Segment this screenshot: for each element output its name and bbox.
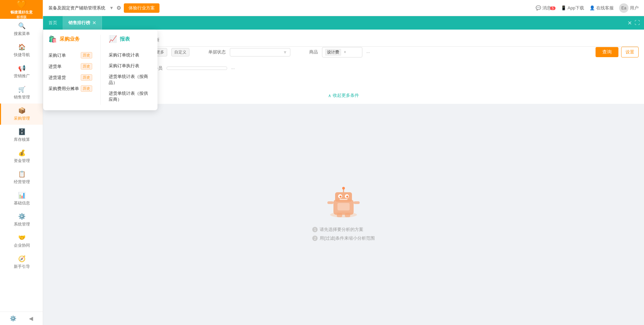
menu-item-purchase-return-label: 进货退货	[48, 75, 66, 81]
sidebar-collapse-btn[interactable]: ◀	[29, 315, 33, 322]
sidebar-item-finance[interactable]: 💰 资金管理	[0, 146, 43, 167]
query-button[interactable]: 查询	[596, 47, 618, 57]
svg-rect-9	[354, 201, 360, 204]
date-shortcut-custom[interactable]: 自定义	[171, 48, 189, 56]
sidebar-label-sales: 销售管理	[14, 94, 30, 100]
tab-fullscreen-icon[interactable]: ⛶	[635, 20, 640, 26]
sidebar-label-quicknav: 快捷导航	[14, 52, 30, 58]
messages-badge: 5	[550, 6, 556, 10]
newuser-icon: 🧭	[18, 255, 26, 262]
menu-item-po-stats[interactable]: 采购订单统计表	[109, 50, 152, 60]
tab-close-all-icon[interactable]: ✕	[628, 20, 632, 26]
sidebar-item-sales[interactable]: 🛒 销售管理	[0, 82, 43, 104]
sidebar: 🧡 畅捷通好生意 标准版 🔍 搜索菜单 🏠 快捷导航 📢 营销推广 🛒 销售管理…	[0, 0, 43, 325]
report-col-icon: 📈	[109, 35, 117, 43]
goods-dots[interactable]: ···	[366, 50, 370, 55]
sidebar-item-marketing[interactable]: 📢 营销推广	[0, 61, 43, 82]
sidebar-label-marketing: 营销推广	[14, 73, 30, 79]
menu-item-purchase-order[interactable]: 采购订单 历史	[48, 50, 92, 61]
purchase-expense-badge: 历史	[81, 85, 92, 92]
sidebar-label-search: 搜索菜单	[14, 31, 30, 37]
salesperson-dots[interactable]: ···	[231, 66, 235, 71]
goods-label: 商品	[309, 49, 318, 55]
menu-item-po-exec-label: 采购订单执行表	[109, 63, 139, 69]
sidebar-item-sysmanage[interactable]: ⚙️ 系统管理	[0, 209, 43, 231]
sales-icon: 🛒	[18, 86, 26, 93]
operation-icon: 📋	[18, 170, 26, 178]
sidebar-item-basicinfo[interactable]: 📊 基础信息	[0, 188, 43, 209]
home-icon: 🏠	[18, 43, 26, 51]
bill-status-label: 单据状态	[208, 49, 226, 55]
basicinfo-icon: 📊	[18, 192, 26, 199]
menu-item-purchase-return[interactable]: 进货退货 历史	[48, 72, 92, 83]
dropdown-menu: 🛍️ 采购业务 采购订单 历史 进货单 历史 进货退货 历史 采购费用分摊单 历…	[43, 30, 157, 110]
menu-report-header: 📈 报表	[109, 35, 152, 46]
system-dropdown-icon[interactable]: ▼	[109, 5, 114, 10]
sidebar-item-operation[interactable]: 📋 经营管理	[0, 167, 43, 188]
hint-num-1: 1	[312, 227, 318, 232]
enterprise-icon: 🤝	[18, 234, 26, 241]
goods-tag-close[interactable]: ×	[344, 50, 346, 54]
menu-item-purchase-expense-label: 采购费用分摊单	[48, 86, 79, 92]
menu-item-receipt-stats-goods[interactable]: 进货单统计表（按商品）	[109, 71, 152, 88]
service-icon: 👤	[589, 5, 595, 10]
purchase-order-badge: 历史	[81, 52, 92, 58]
svg-rect-11	[345, 213, 350, 217]
sysmanage-icon: ⚙️	[18, 213, 26, 220]
tab-close-icon[interactable]: ✕	[92, 20, 96, 26]
menu-report-title: 报表	[120, 36, 130, 42]
menu-item-receipt-stats-supplier[interactable]: 进货单统计表（按供应商）	[109, 88, 152, 105]
marketing-icon: 📢	[18, 65, 26, 72]
sidebar-item-purchase[interactable]: 📦 采购管理	[0, 104, 43, 125]
hint-num-2: 2	[312, 236, 318, 241]
logo-icon: 🧡	[16, 0, 27, 9]
sidebar-item-enterprise[interactable]: 🤝 企业协同	[0, 231, 43, 252]
menu-purchase-title: 采购业务	[60, 36, 80, 42]
sidebar-label-inventory: 库存核算	[14, 137, 30, 143]
user-avatar: Ea	[619, 3, 629, 13]
sidebar-item-newuser[interactable]: 🧭 新手引导	[0, 252, 43, 273]
sidebar-label-basicinfo: 基础信息	[14, 200, 30, 206]
bill-status-select[interactable]: ▼	[230, 48, 290, 56]
header-right: 💬 消息 5 📱 App下载 👤 在线客服 Ea 用户	[536, 3, 639, 13]
online-service-label: 在线客服	[596, 5, 614, 11]
sidebar-settings-btn[interactable]: ⚙️	[10, 315, 16, 322]
mobile-icon: 📱	[561, 5, 566, 10]
online-service-item[interactable]: 👤 在线客服	[589, 5, 614, 11]
settings-button[interactable]: 设置	[621, 47, 639, 57]
sidebar-item-inventory[interactable]: 🗄️ 库存核算	[0, 125, 43, 146]
menu-item-purchase-receipt[interactable]: 进货单 历史	[48, 61, 92, 72]
salesperson-select[interactable]	[167, 67, 227, 70]
messages-item[interactable]: 💬 消息 5	[536, 5, 556, 11]
industry-btn[interactable]: 体验行业方案	[124, 3, 159, 13]
svg-rect-14	[337, 203, 350, 210]
goods-input[interactable]: 设计费 ×	[322, 47, 362, 57]
sidebar-label-finance: 资金管理	[14, 158, 30, 164]
menu-item-po-exec[interactable]: 采购订单执行表	[109, 60, 152, 71]
sidebar-item-search[interactable]: 🔍 搜索菜单	[0, 19, 43, 40]
sidebar-nav: 🔍 搜索菜单 🏠 快捷导航 📢 营销推广 🛒 销售管理 📦 采购管理 🗄️ 库存…	[0, 19, 43, 312]
menu-item-receipt-stats-goods-label: 进货单统计表（按商品）	[109, 74, 152, 86]
tab-sales-rank[interactable]: 销售排行榜 ✕	[63, 16, 102, 30]
sidebar-label-operation: 经营管理	[14, 179, 30, 185]
sidebar-footer: ⚙️ ◀	[0, 312, 43, 325]
menu-purchase-column: 🛍️ 采购业务 采购订单 历史 进货单 历史 进货退货 历史 采购费用分摊单 历…	[48, 35, 92, 105]
header-settings-icon[interactable]: ⚙	[116, 5, 121, 11]
search-icon: 🔍	[18, 22, 26, 30]
tab-bar-actions: ✕ ⛶	[623, 16, 644, 30]
svg-point-5	[339, 196, 342, 198]
purchase-icon: 📦	[18, 107, 26, 114]
menu-item-purchase-order-label: 采购订单	[48, 52, 66, 58]
app-download-item[interactable]: 📱 App下载	[561, 5, 584, 11]
user-item[interactable]: Ea 用户	[619, 3, 639, 13]
inventory-icon: 🗄️	[18, 128, 26, 135]
sidebar-item-quicknav[interactable]: 🏠 快捷导航	[0, 40, 43, 61]
svg-point-13	[342, 187, 345, 190]
collapse-label: 收起更多条件	[333, 92, 359, 98]
empty-state: 1 请先选择要分析的方案 2 用[过滤]条件来缩小分析范围	[43, 104, 644, 325]
tab-home[interactable]: 首页	[43, 16, 63, 30]
empty-illustration	[323, 186, 364, 220]
menu-item-purchase-expense[interactable]: 采购费用分摊单 历史	[48, 83, 92, 94]
collapse-button[interactable]: ∧ 收起更多条件	[328, 92, 359, 98]
menu-divider	[100, 35, 101, 105]
